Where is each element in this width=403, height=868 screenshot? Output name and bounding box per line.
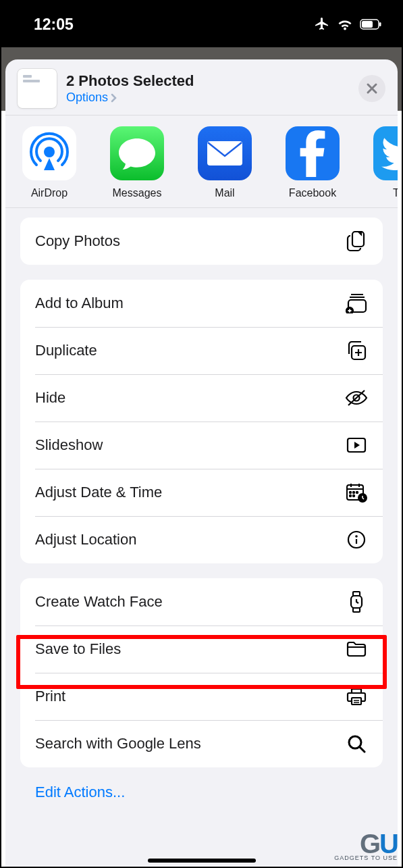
- status-icons: [314, 16, 381, 32]
- action-label: Hide: [35, 389, 65, 407]
- action-copy-photos[interactable]: Copy Photos: [20, 218, 383, 265]
- svg-rect-21: [352, 698, 361, 705]
- action-slideshow[interactable]: Slideshow: [20, 422, 383, 469]
- add-album-icon: [345, 292, 368, 315]
- action-group-3: Create Watch Face Save to Files Print Se…: [20, 578, 383, 767]
- action-groups: Copy Photos Add to Album Duplicate H: [5, 208, 398, 815]
- action-adjust-location[interactable]: Adjust Location: [20, 516, 383, 563]
- messages-icon: [110, 126, 164, 180]
- svg-point-12: [350, 492, 351, 493]
- play-icon: [345, 434, 368, 457]
- svg-point-14: [356, 492, 358, 493]
- status-time: 12:05: [34, 16, 74, 34]
- chevron-right-icon: [110, 93, 117, 103]
- printer-icon: [345, 685, 368, 708]
- watch-icon: [345, 590, 368, 613]
- share-airdrop[interactable]: AirDrop: [5, 121, 93, 205]
- sheet-header: 2 Photos Selected Options: [5, 59, 398, 116]
- watermark: GU GADGETS TO USE: [334, 830, 398, 861]
- svg-point-16: [353, 495, 354, 496]
- share-airdrop-label: AirDrop: [31, 187, 68, 199]
- share-facebook[interactable]: Facebook: [269, 121, 356, 205]
- action-duplicate[interactable]: Duplicate: [20, 327, 383, 374]
- action-print[interactable]: Print: [20, 673, 383, 720]
- action-group-1: Copy Photos: [20, 218, 383, 265]
- action-label: Copy Photos: [35, 232, 120, 250]
- share-mail-label: Mail: [215, 187, 234, 199]
- status-bar: 12:05: [1, 1, 402, 47]
- facebook-icon: [286, 126, 340, 180]
- svg-point-19: [355, 535, 358, 538]
- copy-icon: [345, 230, 368, 253]
- airplane-mode-icon: [314, 16, 330, 32]
- options-label: Options: [66, 91, 108, 105]
- edit-actions-link[interactable]: Edit Actions...: [20, 782, 383, 802]
- info-icon: [345, 528, 368, 551]
- action-label: Adjust Date & Time: [35, 484, 162, 501]
- close-button[interactable]: [358, 75, 385, 102]
- battery-icon: [360, 19, 381, 30]
- action-label: Print: [35, 688, 65, 705]
- calendar-clock-icon: [345, 481, 368, 504]
- svg-point-15: [350, 495, 351, 496]
- edit-actions-label: Edit Actions...: [35, 784, 125, 800]
- home-indicator[interactable]: [148, 859, 256, 863]
- watermark-logo: GU: [360, 830, 398, 857]
- share-sheet: 2 Photos Selected Options AirDrop Messag…: [5, 59, 398, 867]
- sheet-title-wrap: 2 Photos Selected Options: [66, 72, 349, 105]
- watermark-text: GADGETS TO USE: [334, 854, 398, 861]
- svg-point-13: [353, 492, 354, 493]
- mail-icon: [198, 126, 252, 180]
- wifi-icon: [337, 18, 353, 31]
- svg-rect-5: [352, 232, 364, 247]
- sheet-title: 2 Photos Selected: [66, 72, 349, 90]
- action-label: Search with Google Lens: [35, 735, 201, 752]
- action-add-to-album[interactable]: Add to Album: [20, 280, 383, 327]
- airdrop-icon: [22, 126, 76, 180]
- action-create-watch-face[interactable]: Create Watch Face: [20, 578, 383, 626]
- twitter-icon: [373, 126, 398, 180]
- action-group-2: Add to Album Duplicate Hide Slideshow: [20, 280, 383, 563]
- action-label: Create Watch Face: [35, 593, 163, 611]
- action-adjust-date-time[interactable]: Adjust Date & Time: [20, 469, 383, 516]
- action-label: Duplicate: [35, 342, 97, 359]
- action-hide[interactable]: Hide: [20, 374, 383, 422]
- svg-rect-4: [207, 141, 242, 165]
- action-label: Adjust Location: [35, 531, 136, 548]
- action-save-to-files[interactable]: Save to Files: [20, 626, 383, 673]
- share-twitter[interactable]: Twitte: [356, 121, 398, 205]
- action-label: Add to Album: [35, 295, 124, 312]
- action-label: Slideshow: [35, 436, 103, 454]
- svg-point-3: [44, 147, 55, 157]
- preview-thumbnail[interactable]: [18, 69, 57, 108]
- share-messages[interactable]: Messages: [93, 121, 181, 205]
- action-label: Save to Files: [35, 640, 121, 658]
- share-apps-row[interactable]: AirDrop Messages Mail Facebook Twitte: [5, 116, 398, 208]
- share-twitter-label: Twitte: [393, 187, 398, 199]
- share-facebook-label: Facebook: [289, 187, 336, 199]
- duplicate-icon: [345, 339, 368, 362]
- share-mail[interactable]: Mail: [181, 121, 269, 205]
- options-link[interactable]: Options: [66, 91, 349, 105]
- folder-icon: [345, 638, 368, 661]
- search-icon: [345, 732, 368, 755]
- share-messages-label: Messages: [113, 187, 162, 199]
- action-google-lens[interactable]: Search with Google Lens: [20, 720, 383, 767]
- svg-rect-1: [362, 21, 373, 28]
- hide-icon: [345, 386, 368, 409]
- close-icon: [366, 82, 378, 95]
- svg-rect-2: [379, 22, 381, 26]
